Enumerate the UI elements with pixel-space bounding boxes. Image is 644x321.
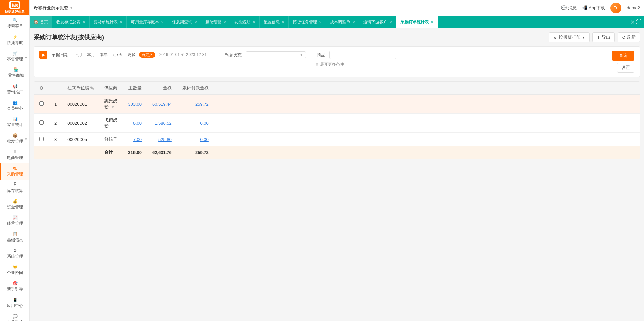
sidebar-item-label-retail-stat: 零售统计 [7, 122, 23, 128]
row3-qty[interactable]: 7.00 [123, 133, 147, 146]
tab-chaochuyujing[interactable]: 超储预警 ✕ [201, 16, 230, 28]
query-button[interactable]: 查询 [612, 51, 634, 61]
chevron-down-icon: ▲ [24, 55, 28, 58]
row1-qty[interactable]: 303.00 [123, 95, 147, 114]
refresh-button[interactable]: ↺ 刷新 [618, 32, 640, 42]
gear-icon[interactable]: ⚙ [39, 85, 44, 91]
tab-close-4[interactable]: ✕ [194, 20, 197, 24]
tab-gongneng[interactable]: 功能说明 ✕ [230, 16, 260, 28]
row3-amount[interactable]: 525.80 [147, 133, 177, 146]
tab-close-6[interactable]: ✕ [253, 20, 255, 24]
expand-supplier-icon-1[interactable]: ▼ [111, 105, 115, 109]
tab-shoufahuizong[interactable]: 收发存汇总表 ✕ [52, 16, 90, 28]
sidebar-item-label-system: 系统管理 [7, 254, 23, 259]
expand-more-button[interactable]: ⊕ 展开更多条件 [315, 62, 344, 67]
date-shortcuts: 上月 本月 本年 近7天 更多 自定义 [73, 52, 155, 58]
ecommerce-icon: 🖥 [13, 150, 17, 154]
quicknav-icon: ⚡ [13, 35, 18, 39]
sidebar-item-purchase[interactable]: 🛍 采购管理 [0, 163, 29, 180]
goods-input[interactable] [329, 51, 396, 59]
tab-baozhi[interactable]: 保质期查询 ✕ [168, 16, 201, 28]
setting-button[interactable]: 设置 [617, 63, 634, 73]
sidebar-item-corpwx[interactable]: 💬 企业微信 [0, 311, 29, 321]
export-button[interactable]: ⬇ 导出 [592, 32, 615, 42]
tab-keyongliang[interactable]: 可用量库存账本 ✕ [127, 16, 168, 28]
sidebar-item-member[interactable]: 👥 会员中心 [0, 98, 29, 114]
shortcut-this-month[interactable]: 本月 [86, 52, 96, 58]
tab-home[interactable]: 🏠 首页 [30, 16, 52, 28]
footer-empty-3 [62, 146, 99, 159]
sidebar-item-finance[interactable]: 💰 资金管理 [0, 196, 29, 213]
shortcut-more[interactable]: 更多 [126, 52, 137, 58]
sidebar-item-basic[interactable]: 📋 基础信息 [0, 229, 29, 246]
col-qty-header: 主数量 [123, 82, 147, 95]
sidebar-item-marketing[interactable]: 📢 营销推广 [0, 81, 29, 98]
tab-caigoudingdantongji[interactable]: 采购订单统计表 ✕ [396, 16, 438, 28]
row1-checkbox[interactable] [34, 95, 49, 114]
shortcut-this-year[interactable]: 本年 [98, 52, 109, 58]
tab-close-11[interactable]: ✕ [431, 20, 433, 24]
tab-peihuorenwu[interactable]: 拣货任务管理 ✕ [289, 16, 326, 28]
expand-down-icon: ⊕ [315, 62, 319, 67]
goods-more-icon[interactable]: ··· [400, 52, 405, 58]
status-select[interactable]: ▼ [246, 51, 306, 58]
print-dropdown-icon: ▼ [582, 36, 585, 39]
sidebar-item-newguide[interactable]: 🎯 新手引导 [0, 278, 29, 295]
row2-paid[interactable]: 0.00 [177, 114, 214, 133]
app-download-button[interactable]: 📲 App下载 [582, 5, 605, 11]
row1-supplier: 惠氏奶粉 ▼ [99, 95, 123, 114]
message-button[interactable]: 💬 消息 [561, 5, 577, 11]
corpwx-icon: 💬 [13, 314, 18, 319]
row1-amount[interactable]: 60,519.44 [147, 95, 177, 114]
print-button[interactable]: 🖨 按模板打印 ▼ [549, 32, 590, 42]
tab-close-5[interactable]: ✕ [223, 20, 226, 24]
row1-paid[interactable]: 259.72 [177, 95, 214, 114]
row2-amount[interactable]: 1,586.52 [147, 114, 177, 133]
row3-paid[interactable]: 0.00 [177, 133, 214, 146]
tab-chengbentiaozhen[interactable]: 成本调整单 ✕ [326, 16, 359, 28]
tab-close-all-icon[interactable]: ✕ [630, 19, 635, 25]
sidebar-item-inventory[interactable]: 🗄 库存核算 [0, 180, 29, 196]
tab-fullscreen-icon[interactable]: ⛶ [636, 19, 641, 25]
shortcut-last-month[interactable]: 上月 [73, 52, 84, 58]
sidebar-item-quicknav[interactable]: ⚡ 快捷导航 [0, 32, 29, 48]
sidebar-item-retail-mall[interactable]: 🏪 零售商城 [0, 65, 29, 81]
sidebar-item-retail[interactable]: 🛒 零售管理 ▲ [0, 48, 29, 65]
tab-close-3[interactable]: ✕ [161, 20, 164, 24]
account-dropdown[interactable]: 母婴行业演示账套 ▼ [34, 5, 73, 11]
sidebar-item-label-retail-mall: 零售商城 [8, 73, 24, 78]
custom-date-badge[interactable]: 自定义 [139, 52, 155, 58]
tab-close-7[interactable]: ✕ [282, 20, 284, 24]
shortcut-7days[interactable]: 近7天 [111, 52, 124, 58]
row2-qty[interactable]: 6.00 [123, 114, 147, 133]
toggle-filter-button[interactable]: ▶ [39, 51, 47, 59]
tab-label-5: 超储预警 [205, 19, 221, 25]
home-icon: 🏠 [34, 20, 39, 24]
inventory-icon: 🗄 [13, 182, 17, 187]
row1-unit-code: 00020001 [62, 95, 99, 114]
sidebar-item-corp[interactable]: 🤝 企业协同 [0, 262, 29, 278]
avatar[interactable]: Ea [610, 3, 621, 13]
checkbox-3[interactable] [39, 137, 44, 141]
tab-peizhi[interactable]: 配置信息 ✕ [260, 16, 289, 28]
tab-close-2[interactable]: ✕ [120, 20, 122, 24]
finance-icon: 💰 [13, 199, 18, 204]
tab-close-9[interactable]: ✕ [352, 20, 355, 24]
tab-close-10[interactable]: ✕ [389, 20, 392, 24]
tab-close-1[interactable]: ✕ [83, 20, 85, 24]
tab-yaohuodanjutongjibiao[interactable]: 要货单统计表 ✕ [90, 16, 127, 28]
sidebar-item-ecommerce[interactable]: 🖥 电商管理 [0, 147, 29, 163]
filter-fields: 单据日期 上月 本月 本年 近7天 更多 自定义 2016-01-01 至 20… [51, 51, 608, 67]
sidebar-item-wholesale[interactable]: 📦 批发管理 ▼ [0, 130, 29, 147]
sidebar-item-search[interactable]: 🔍 搜索菜单 [0, 15, 29, 32]
checkbox-2[interactable] [39, 120, 44, 125]
sidebar-item-system[interactable]: ⚙ 系统管理 [0, 246, 29, 262]
row2-checkbox[interactable] [34, 114, 49, 133]
checkbox-1[interactable] [39, 101, 44, 106]
sidebar-item-ops[interactable]: 📈 经营管理 [0, 213, 29, 229]
tab-yaoqingxiayou[interactable]: 邀请下游客户 ✕ [359, 16, 396, 28]
sidebar-item-retail-stat[interactable]: 📊 零售统计 [0, 114, 29, 130]
sidebar-item-appcenter[interactable]: 📱 应用中心 [0, 295, 29, 311]
row3-checkbox[interactable] [34, 133, 49, 146]
tab-close-8[interactable]: ✕ [319, 20, 322, 24]
